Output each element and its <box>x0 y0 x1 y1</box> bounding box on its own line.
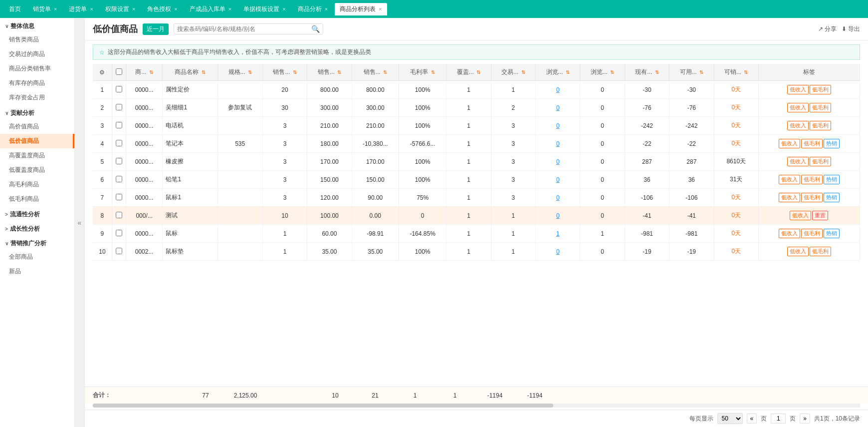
sidebar-item-all-goods[interactable]: 全部商品 <box>0 250 74 264</box>
sidebar-group-flow[interactable]: > 流通性分析 <box>0 206 74 221</box>
col-stock1[interactable]: 现有... ⇅ <box>625 64 669 81</box>
row-view1[interactable]: 0 <box>536 207 580 225</box>
row-checkbox-cell[interactable] <box>112 207 126 225</box>
sidebar-item-stock-fund[interactable]: 库存资金占用 <box>0 90 74 105</box>
close-icon[interactable]: × <box>282 6 285 12</box>
row-checkbox[interactable] <box>116 248 122 254</box>
col-coverage[interactable]: 覆盖... ⇅ <box>446 64 491 81</box>
row-checkbox-cell[interactable] <box>112 171 126 189</box>
page-number-input[interactable] <box>771 414 786 424</box>
sidebar-item-high-value[interactable]: 高价值商品 <box>0 119 74 134</box>
row-coverage: 1 <box>446 189 491 207</box>
row-margin: -5766.6... <box>399 135 446 153</box>
row-view1[interactable]: 0 <box>536 153 580 171</box>
row-view1[interactable]: 0 <box>536 189 580 207</box>
sidebar-item-high-coverage[interactable]: 高覆盖度商品 <box>0 148 74 163</box>
sidebar-item-low-value[interactable]: 低价值商品 <box>0 134 74 148</box>
sidebar-item-in-stock[interactable]: 有库存的商品 <box>0 76 74 90</box>
col-tags: 标签 <box>758 64 860 81</box>
sidebar-item-low-margin[interactable]: 低毛利商品 <box>0 192 74 206</box>
col-spec[interactable]: 规格... ⇅ <box>217 64 262 81</box>
nav-tab-home[interactable]: 首页 <box>4 3 26 15</box>
close-icon[interactable]: × <box>174 6 177 12</box>
export-button[interactable]: ⬇ 导出 <box>842 25 860 33</box>
row-view1[interactable]: 0 <box>536 81 580 99</box>
nav-tab-roles[interactable]: 角色授权 × <box>142 3 182 15</box>
nav-tab-perms[interactable]: 权限设置 × <box>100 3 140 15</box>
nav-tab-template[interactable]: 单据模板设置 × <box>238 3 290 15</box>
col-qty[interactable]: 销售... ⇅ <box>262 64 307 81</box>
sidebar-group-contribution[interactable]: ∨ 贡献分析 <box>0 105 74 119</box>
first-page-button[interactable]: « <box>747 414 757 424</box>
row-checkbox[interactable] <box>116 140 122 146</box>
col-sales1[interactable]: 销售... ⇅ <box>307 64 352 81</box>
close-icon[interactable]: × <box>90 6 93 12</box>
row-view1[interactable]: 0 <box>536 135 580 153</box>
row-checkbox[interactable] <box>116 86 122 92</box>
row-checkbox[interactable] <box>116 176 122 182</box>
row-checkbox-cell[interactable] <box>112 225 126 243</box>
row-view1[interactable]: 0 <box>536 243 580 261</box>
row-checkbox[interactable] <box>116 194 122 200</box>
nav-tab-analysis-list[interactable]: 商品分析列表 × <box>335 3 387 15</box>
sidebar-item-sales-goods[interactable]: 销售类商品 <box>0 32 74 47</box>
row-view1[interactable]: 0 <box>536 99 580 117</box>
per-page-select[interactable]: 50 100 <box>717 413 743 424</box>
row-checkbox-cell[interactable] <box>112 117 126 135</box>
sidebar-item-low-coverage[interactable]: 低覆盖度商品 <box>0 163 74 177</box>
sidebar-group-growth[interactable]: > 成长性分析 <box>0 221 74 235</box>
row-spec <box>217 81 262 99</box>
close-icon[interactable]: × <box>325 6 328 12</box>
col-trade[interactable]: 交易... ⇅ <box>491 64 535 81</box>
col-margin[interactable]: 毛利率 ⇅ <box>399 64 446 81</box>
next-page-button[interactable]: » <box>800 414 810 424</box>
close-icon[interactable]: × <box>54 6 57 12</box>
row-trade: 3 <box>491 171 535 189</box>
col-checkbox[interactable] <box>112 64 126 81</box>
close-icon[interactable]: × <box>228 6 231 12</box>
row-checkbox-cell[interactable] <box>112 153 126 171</box>
close-icon[interactable]: × <box>379 6 382 12</box>
row-checkbox-cell[interactable] <box>112 135 126 153</box>
nav-tab-analysis[interactable]: 商品分析 × <box>293 3 333 15</box>
col-view1[interactable]: 浏览... ⇅ <box>536 64 580 81</box>
sidebar-item-traded-goods[interactable]: 交易过的商品 <box>0 47 74 61</box>
row-checkbox[interactable] <box>116 122 122 128</box>
sidebar-item-category-rate[interactable]: 商品分类销售率 <box>0 61 74 76</box>
close-icon[interactable]: × <box>132 6 135 12</box>
col-name[interactable]: 商品名称 ⇅ <box>163 64 217 81</box>
select-all-checkbox[interactable] <box>116 68 122 75</box>
col-days[interactable]: 可销... ⇅ <box>714 64 758 81</box>
search-icon[interactable]: 🔍 <box>311 25 320 33</box>
row-checkbox-cell[interactable] <box>112 189 126 207</box>
search-input[interactable] <box>177 25 309 32</box>
row-tags: 低收入低毛利 <box>758 99 860 117</box>
sidebar-group-overall[interactable]: ∨ 整体信息 <box>0 18 74 32</box>
col-view2[interactable]: 浏览... ⇅ <box>580 64 625 81</box>
row-checkbox[interactable] <box>116 230 122 236</box>
row-checkbox-cell[interactable] <box>112 81 126 99</box>
sidebar-group-marketing[interactable]: ∨ 营销推广分析 <box>0 235 74 250</box>
date-filter-button[interactable]: 近一月 <box>143 23 169 35</box>
row-checkbox-cell[interactable] <box>112 243 126 261</box>
col-stock2[interactable]: 可用... ⇅ <box>669 64 714 81</box>
horizontal-scrollbar[interactable] <box>93 404 860 408</box>
nav-tab-stock[interactable]: 产成品入库单 × <box>185 3 236 15</box>
row-view1[interactable]: 1 <box>536 225 580 243</box>
col-sales2[interactable]: 销售... ⇅ <box>352 64 399 81</box>
scrollbar-thumb[interactable] <box>93 404 553 408</box>
sidebar-collapse-button[interactable]: « <box>75 18 85 427</box>
sidebar-item-new-goods[interactable]: 新品 <box>0 264 74 279</box>
row-view1[interactable]: 0 <box>536 117 580 135</box>
col-code[interactable]: 商... ⇅ <box>126 64 163 81</box>
row-checkbox-cell[interactable] <box>112 99 126 117</box>
row-view1[interactable]: 0 <box>536 171 580 189</box>
row-checkbox[interactable] <box>116 158 122 164</box>
sidebar-item-high-margin[interactable]: 高毛利商品 <box>0 177 74 192</box>
row-checkbox[interactable] <box>116 212 122 218</box>
row-checkbox[interactable] <box>116 104 122 110</box>
nav-tab-sales[interactable]: 销货单 × <box>28 3 62 15</box>
share-button[interactable]: ↗ 分享 <box>818 25 837 33</box>
col-settings[interactable]: ⚙ <box>93 64 112 81</box>
nav-tab-purchase[interactable]: 进货单 × <box>64 3 98 15</box>
